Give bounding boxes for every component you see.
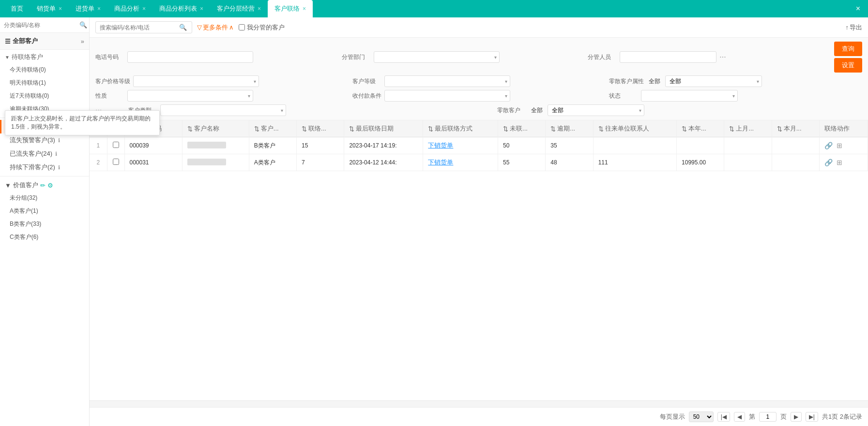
row-2-grid-icon[interactable]: ⊞ xyxy=(837,159,842,166)
nav-product-list-close[interactable]: × xyxy=(200,5,203,12)
filter-status-select[interactable] xyxy=(641,90,738,102)
first-page-btn[interactable]: |◀ xyxy=(717,412,730,422)
sidebar-item-class-c[interactable]: C类客户(6) xyxy=(0,231,89,244)
row-1-checkbox[interactable] xyxy=(113,142,119,148)
th-overdue: ⇅ 逾期... xyxy=(546,120,593,137)
filter-retail-customer-select[interactable]: 全部 xyxy=(548,104,644,116)
row-1-checkbox-cell xyxy=(107,137,124,154)
sort-icon-overdue[interactable]: ⇅ xyxy=(550,125,556,132)
filter-price-level-select[interactable] xyxy=(133,75,259,87)
nav-customer-tier-close[interactable]: × xyxy=(258,5,261,12)
row-2-last-method-link[interactable]: 下销货单 xyxy=(428,159,453,166)
nav-customer-contact-close[interactable]: × xyxy=(303,5,306,12)
sort-icon-last-month[interactable]: ⇅ xyxy=(729,125,734,132)
th-action: 联络动作 xyxy=(820,120,868,137)
filter-payment-select[interactable] xyxy=(384,90,510,102)
th-last-month: ⇅ 上月... xyxy=(724,120,772,137)
horizontal-scrollbar[interactable] xyxy=(90,400,868,407)
filter-retail-attr-select[interactable]: 全部 xyxy=(665,75,762,87)
sidebar-search-input[interactable] xyxy=(4,22,76,29)
sidebar-item-today[interactable]: 今天待联络(0) xyxy=(0,63,89,76)
sidebar-search-icon[interactable]: 🔍 xyxy=(79,21,87,29)
th-unit-contact: ⇅ 往来单位联系人 xyxy=(593,120,676,137)
filter-row-3: 性质 ▾ 收付款条件 ▾ 状态 xyxy=(95,90,862,102)
sidebar-item-7days[interactable]: 近7天待联络(0) xyxy=(0,89,89,103)
nav-home[interactable]: 首页 xyxy=(4,0,30,17)
row-1-num: 1 xyxy=(90,137,107,154)
sidebar-item-ungroups[interactable]: 未分组(32) xyxy=(0,191,89,205)
my-customer-checkbox[interactable] xyxy=(239,24,245,30)
sort-icon-this-month[interactable]: ⇅ xyxy=(777,125,782,132)
nav-product-list[interactable]: 商品分析列表 × xyxy=(152,0,210,17)
sidebar-value-config-icon[interactable]: ⚙ xyxy=(47,182,53,189)
row-1-overdue: 35 xyxy=(546,137,593,154)
sort-icon-name[interactable]: ⇅ xyxy=(187,125,193,132)
last-page-btn[interactable]: ▶| xyxy=(806,412,818,422)
th-this-month: ⇅ 本月... xyxy=(772,120,819,137)
sidebar-item-class-b[interactable]: B类客户(33) xyxy=(0,218,89,231)
sidebar-value-edit-icon[interactable]: ✏ xyxy=(40,182,46,189)
nav-purchase[interactable]: 进货单 × xyxy=(69,0,107,17)
nav-sales[interactable]: 销货单 × xyxy=(30,0,69,17)
filter-nature-select[interactable] xyxy=(127,90,253,102)
sidebar-item-tomorrow[interactable]: 明天待联络(1) xyxy=(0,76,89,89)
sidebar-group-pending[interactable]: ▼ 待联络客户 xyxy=(0,50,89,63)
filter-customer-type-select[interactable] xyxy=(160,104,286,116)
sort-icon-unit-contact[interactable]: ⇅ xyxy=(598,125,604,132)
per-page-select[interactable]: 50 100 200 xyxy=(689,411,714,422)
export-button[interactable]: ↑ 导出 xyxy=(846,23,863,32)
th-name: ⇅ 客户名称 xyxy=(182,120,249,137)
filter-phone-input[interactable] xyxy=(127,51,253,63)
sidebar-item-class-a[interactable]: A类客户(1) xyxy=(0,205,89,218)
row-2-link-icon[interactable]: 🔗 xyxy=(824,159,833,166)
my-customer-checkbox-wrap[interactable]: 我分管的客户 xyxy=(239,23,285,32)
sort-icon-contact[interactable]: ⇅ xyxy=(302,125,307,132)
table-area: ⚙ ⇅ 客户编码 ⇅ xyxy=(90,120,868,400)
sidebar-item-declining[interactable]: 持续下滑客户(2) ℹ xyxy=(0,161,89,174)
sort-icon-last-method[interactable]: ⇅ xyxy=(428,125,433,132)
sidebar-item-churn-warning[interactable]: 流失预警客户(3) ℹ xyxy=(0,133,89,147)
search-icon[interactable]: 🔍 xyxy=(179,24,187,31)
nav-product-analysis[interactable]: 商品分析 × xyxy=(107,0,152,17)
sidebar-all-customers[interactable]: ☰ 全部客户 » xyxy=(0,33,89,50)
prev-page-btn[interactable]: ◀ xyxy=(734,412,745,422)
info-icon-churn: ℹ xyxy=(58,137,60,143)
sidebar-item-churned[interactable]: 已流失客户(24) ℹ xyxy=(0,147,89,161)
nav-product-analysis-close[interactable]: × xyxy=(142,5,146,12)
filter-price-level: 客户价格等级 ▾ xyxy=(95,75,349,87)
row-1-link-icon[interactable]: 🔗 xyxy=(824,142,833,149)
row-2-checkbox[interactable] xyxy=(113,159,119,165)
window-close-button[interactable]: × xyxy=(852,4,864,13)
sort-icon-uncontacted[interactable]: ⇅ xyxy=(503,125,508,132)
filter-retail-attr-label: 零散客户属性 xyxy=(609,77,644,86)
sort-icon-this-year[interactable]: ⇅ xyxy=(682,125,687,132)
settings-button[interactable]: 设置 xyxy=(834,58,862,73)
nav-customer-tier[interactable]: 客户分层经营 × xyxy=(210,0,268,17)
row-1-grid-icon[interactable]: ⊞ xyxy=(837,142,842,149)
filter-status-label: 状态 xyxy=(609,92,638,100)
nav-sales-close[interactable]: × xyxy=(59,5,62,12)
row-2-overdue: 48 xyxy=(546,154,593,171)
filter-manager-input[interactable] xyxy=(620,51,716,63)
page-number-input[interactable] xyxy=(759,412,777,422)
query-button[interactable]: 查询 xyxy=(834,42,862,56)
more-conditions-btn[interactable]: ▽ 更多条件 ∧ xyxy=(197,23,234,32)
sidebar-collapse-btn[interactable]: » xyxy=(81,38,84,45)
filter-customer-level-select[interactable] xyxy=(384,75,510,87)
filter-department-select[interactable] xyxy=(374,51,500,63)
row-1-last-method-link[interactable]: 下销货单 xyxy=(428,142,453,149)
page-label2: 页 xyxy=(780,412,787,421)
filter-row-1: 电话号码 分管部门 ▾ 分管人员 ··· 查询 设置 xyxy=(95,42,862,73)
filter-row-4: ··· 客户类型 ▾ 零散客户 全部 全部 ▾ xyxy=(95,104,862,116)
sort-icon-last-date[interactable]: ⇅ xyxy=(349,125,354,132)
filter-customer-type: 客户类型 ▾ xyxy=(128,104,493,116)
sort-icon-type[interactable]: ⇅ xyxy=(254,125,259,132)
filter-manager-label: 分管人员 xyxy=(588,53,617,61)
row-2-name xyxy=(182,154,249,171)
next-page-btn[interactable]: ▶ xyxy=(791,412,802,422)
row-2-type: A类客户 xyxy=(249,154,296,171)
nav-customer-contact[interactable]: 客户联络 × xyxy=(268,0,313,17)
nav-purchase-close[interactable]: × xyxy=(97,5,101,12)
search-input[interactable] xyxy=(100,24,177,31)
filter-manager-dots[interactable]: ··· xyxy=(719,53,726,61)
